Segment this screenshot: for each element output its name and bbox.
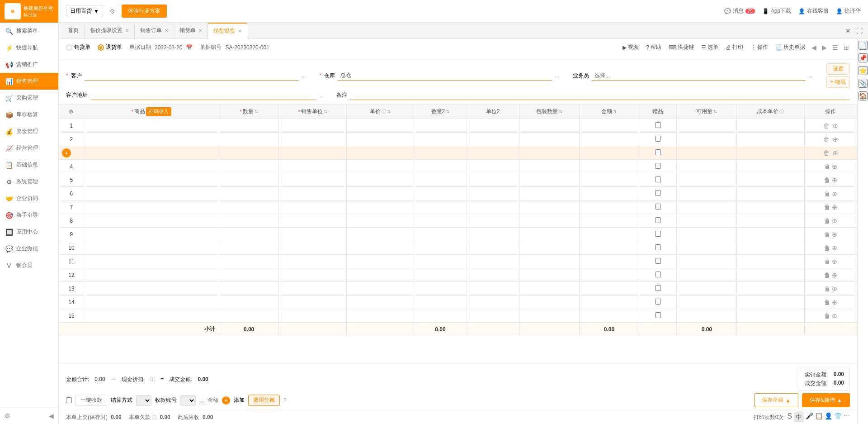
- gift-checkbox[interactable]: [655, 231, 661, 237]
- copy-row-button[interactable]: ⊕: [832, 148, 839, 157]
- avail-sort-icon[interactable]: ⇅: [713, 109, 717, 114]
- gift-checkbox[interactable]: [655, 176, 661, 182]
- copy-row-button[interactable]: ⊕: [831, 176, 838, 185]
- qty-cell-active[interactable]: [219, 146, 279, 160]
- right-panel-btn-1[interactable]: 📄: [859, 41, 868, 50]
- qty-cell[interactable]: [219, 119, 279, 133]
- gift-checkbox[interactable]: [655, 163, 661, 169]
- warehouse-select-btn[interactable]: ...: [555, 72, 559, 79]
- price-cell-active[interactable]: [346, 146, 414, 160]
- prev-record-button[interactable]: ◀: [811, 43, 817, 52]
- delete-row-button[interactable]: 🗑: [823, 257, 831, 266]
- message-item[interactable]: 💬 消息 70: [724, 7, 755, 15]
- tab-home[interactable]: 首页: [62, 23, 85, 39]
- sidebar-item-system[interactable]: ⚙ 系统管理: [0, 173, 58, 190]
- price-cell[interactable]: [346, 119, 414, 133]
- gift-checkbox[interactable]: [655, 190, 661, 196]
- maximize-tab-button[interactable]: ⛶: [854, 26, 864, 35]
- settle-method-select[interactable]: [136, 395, 151, 406]
- input-method-icon3[interactable]: 📋: [815, 412, 823, 422]
- settings-bottom-button[interactable]: ⚙: [4, 411, 11, 420]
- staff-select-btn[interactable]: ...: [808, 72, 813, 79]
- staff-input[interactable]: [592, 71, 806, 81]
- operation-button[interactable]: ⋮ 操作: [749, 43, 770, 52]
- gift-cell-active[interactable]: [639, 146, 677, 160]
- delete-row-button[interactable]: 🗑: [823, 271, 831, 280]
- input-method-icon1[interactable]: 中: [794, 412, 804, 422]
- delete-row-button[interactable]: 🗑: [823, 162, 831, 171]
- list-view-button[interactable]: ☰: [831, 43, 839, 52]
- note-input[interactable]: [350, 91, 850, 100]
- account-select[interactable]: [180, 395, 196, 406]
- delete-row-button[interactable]: 🗑: [822, 121, 830, 130]
- copy-row-button[interactable]: ⊕: [832, 121, 839, 130]
- warehouse-input[interactable]: [338, 71, 552, 81]
- copy-row-button[interactable]: ⊕: [831, 203, 838, 212]
- sidebar-item-collab[interactable]: 🤝 企业协同: [0, 190, 58, 207]
- form-settings-button[interactable]: 设置: [826, 63, 850, 75]
- amount-sort-icon[interactable]: ⇅: [613, 109, 617, 114]
- save-draft-button[interactable]: 保存草稿 ▲: [754, 393, 798, 407]
- right-panel-btn-4[interactable]: 📎: [859, 79, 868, 88]
- settings-icon[interactable]: ⚙: [108, 7, 116, 16]
- product-input-active[interactable]: [87, 149, 216, 156]
- input-method-icon2[interactable]: 🎤: [806, 412, 813, 422]
- collapse-sidebar-button[interactable]: ◀: [48, 411, 55, 420]
- gift-cell[interactable]: [639, 119, 677, 133]
- customer-select-btn[interactable]: ...: [302, 72, 306, 79]
- add-row-button[interactable]: +: [62, 148, 71, 157]
- one-click-payment-button[interactable]: 一键收款: [75, 395, 107, 406]
- delete-row-button[interactable]: 🗑: [823, 176, 831, 185]
- tab-sales-order[interactable]: 销售订单 ✕: [135, 23, 174, 39]
- cost-cell[interactable]: [737, 119, 804, 133]
- unit2-cell-active[interactable]: [467, 146, 519, 160]
- gift-checkbox[interactable]: [655, 312, 661, 318]
- tab-close-return[interactable]: ✕: [238, 29, 241, 33]
- radio-return[interactable]: 退货单: [98, 43, 122, 51]
- copy-row-button[interactable]: ⊕: [831, 243, 838, 252]
- gift-checkbox[interactable]: [655, 272, 661, 277]
- right-panel-btn-5[interactable]: 🏠: [859, 91, 868, 100]
- print-button[interactable]: 🖨 打印: [724, 43, 745, 52]
- sidebar-item-marketing[interactable]: 📢 营销推广: [0, 56, 58, 73]
- amount-cell[interactable]: [579, 133, 639, 146]
- copy-row-button[interactable]: ⊕: [831, 230, 838, 239]
- sidebar-item-basic[interactable]: 📋 基础信息: [0, 157, 58, 173]
- sidebar-item-quicknav[interactable]: ⚡ 快捷导航: [0, 39, 58, 56]
- qty2-cell-active[interactable]: [414, 146, 467, 160]
- select-button[interactable]: ☰ 选单: [699, 43, 720, 52]
- amount-cell[interactable]: [579, 119, 639, 133]
- product-cell[interactable]: [84, 133, 219, 146]
- copy-row-button[interactable]: ⊕: [831, 189, 838, 198]
- copy-row-button[interactable]: ⊕: [831, 257, 838, 266]
- pack-sort-icon[interactable]: ⇅: [559, 109, 562, 114]
- unit-cell[interactable]: [279, 119, 346, 133]
- unit-cell-active[interactable]: [279, 146, 346, 160]
- right-panel-btn-3[interactable]: ⭐: [859, 66, 868, 75]
- app-download-item[interactable]: 📱 App下载: [762, 7, 791, 15]
- tab-close-sales[interactable]: ✕: [198, 28, 202, 33]
- price-cell[interactable]: [346, 133, 414, 146]
- gift-checkbox[interactable]: [655, 204, 661, 210]
- gift-checkbox[interactable]: [655, 285, 661, 291]
- gift-checkbox[interactable]: [655, 122, 661, 128]
- gift-checkbox-active[interactable]: [655, 149, 661, 155]
- avail-cell-active[interactable]: [677, 146, 737, 160]
- fee-split-button[interactable]: 费用分摊: [248, 395, 280, 406]
- pack-cell[interactable]: [519, 119, 579, 133]
- gear-icon[interactable]: ⚙: [69, 109, 74, 115]
- sidebar-item-finance[interactable]: 💰 资金管理: [0, 123, 58, 140]
- qty-cell[interactable]: [219, 133, 279, 146]
- input-method-icon4[interactable]: 👤: [825, 412, 832, 422]
- unit-sort-icon[interactable]: ⇅: [324, 109, 327, 114]
- trial-button[interactable]: 体验行业方案: [122, 5, 167, 18]
- delete-row-button[interactable]: 🗑: [823, 243, 831, 252]
- qty2-sort-icon[interactable]: ⇅: [446, 109, 449, 114]
- shortcut-button[interactable]: ⌨ 快捷键: [667, 43, 696, 52]
- qty2-cell[interactable]: [414, 133, 467, 146]
- qty-sort-icon[interactable]: ⇅: [255, 109, 258, 114]
- tab-sales-return[interactable]: 销货退货 ✕: [208, 23, 247, 39]
- delete-row-button[interactable]: 🗑: [823, 298, 831, 307]
- calendar-icon[interactable]: 📅: [186, 44, 193, 51]
- copy-row-button[interactable]: ⊕: [831, 284, 838, 293]
